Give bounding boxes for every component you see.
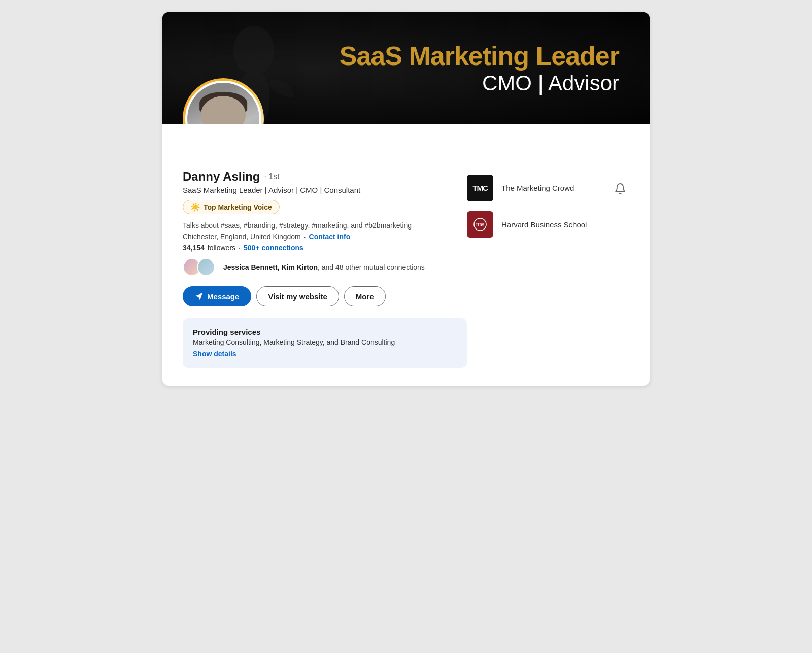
profile-headline: SaaS Marketing Leader | Advisor | CMO | … (183, 186, 467, 194)
avatar-photo (187, 83, 259, 124)
org-item-tmc: TMC The Marketing Crowd (467, 175, 629, 201)
name-line: Danny Asling · 1st (183, 170, 467, 184)
services-title: Providing services (193, 328, 457, 336)
profile-body: Danny Asling · 1st SaaS Marketing Leader… (162, 170, 650, 386)
hbs-logo-svg: HBS (471, 215, 489, 234)
profile-degree: · 1st (264, 172, 279, 181)
connections-link[interactable]: 500+ connections (244, 244, 303, 252)
profile-card: SaaS Marketing Leader CMO | Advisor (162, 12, 650, 386)
contact-info-link[interactable]: Contact info (309, 233, 351, 241)
notification-bell[interactable] (611, 180, 629, 198)
profile-info-row: Danny Asling · 1st SaaS Marketing Leader… (183, 170, 629, 368)
banner-line2: CMO | Advisor (340, 71, 619, 95)
services-box: Providing services Marketing Consulting,… (183, 318, 467, 368)
banner: SaaS Marketing Leader CMO | Advisor (162, 12, 650, 124)
message-icon (195, 292, 203, 301)
followers-count: 34,154 (183, 244, 205, 252)
more-button[interactable]: More (344, 286, 386, 306)
badge-label: Top Marketing Voice (204, 203, 272, 211)
followers-line: 34,154 followers · 500+ connections (183, 244, 467, 252)
org-name-tmc: The Marketing Crowd (501, 184, 574, 192)
badge-icon: ☀️ (190, 202, 200, 212)
svg-text:HBS: HBS (476, 223, 485, 227)
followers-label: followers (208, 244, 235, 252)
dot-separator2: · (239, 244, 241, 252)
location-line: Chichester, England, United Kingdom · Co… (183, 233, 467, 241)
org-item-hbs: HBS Harvard Business School (467, 211, 629, 238)
banner-line1: SaaS Marketing Leader (340, 41, 619, 71)
actions-row: Message Visit my website More (183, 286, 467, 306)
message-button[interactable]: Message (183, 286, 251, 306)
svg-point-3 (266, 76, 297, 101)
mutual-avatars (183, 258, 211, 276)
profile-name: Danny Asling (183, 170, 260, 184)
svg-point-0 (233, 26, 274, 75)
mutual-avatar-2 (197, 258, 215, 276)
profile-right: TMC The Marketing Crowd HBS Harvard Busi… (467, 170, 629, 368)
mutual-text: Jessica Bennett, Kim Kirton, and 48 othe… (216, 263, 425, 271)
talks-about: Talks about #saas, #branding, #strategy,… (183, 221, 467, 230)
show-details-link[interactable]: Show details (193, 350, 236, 358)
profile-left: Danny Asling · 1st SaaS Marketing Leader… (183, 170, 467, 368)
dot-separator: · (304, 233, 306, 241)
location-text: Chichester, England, United Kingdom (183, 233, 301, 241)
org-logo-hbs: HBS (467, 211, 493, 238)
top-voice-badge: ☀️ Top Marketing Voice (183, 200, 280, 214)
banner-text: SaaS Marketing Leader CMO | Advisor (340, 41, 619, 95)
visit-website-button[interactable]: Visit my website (256, 286, 339, 306)
services-list: Marketing Consulting, Marketing Strategy… (193, 338, 457, 346)
org-logo-tmc: TMC (467, 175, 493, 201)
mutual-connections: Jessica Bennett, Kim Kirton, and 48 othe… (183, 258, 467, 276)
org-name-hbs: Harvard Business School (501, 220, 587, 229)
